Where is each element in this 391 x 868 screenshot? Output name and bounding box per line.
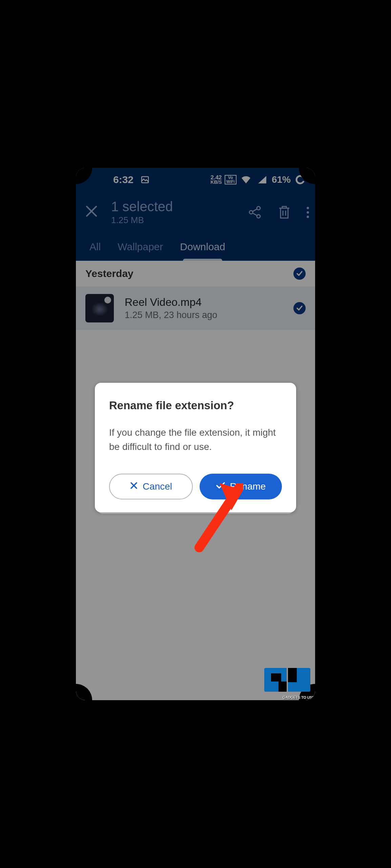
rename-confirm-dialog: Rename file extension? If you change the…	[95, 383, 296, 512]
rename-label: Rename	[230, 481, 266, 492]
phone-screen: 6:32 2.42 KB/S Vo WiFi	[76, 168, 315, 700]
cancel-button[interactable]: Cancel	[109, 474, 193, 499]
check-icon	[216, 481, 225, 492]
dialog-message: If you change the file extension, it mig…	[109, 426, 282, 454]
close-icon	[130, 481, 138, 492]
cancel-label: Cancel	[143, 481, 172, 492]
rename-button[interactable]: Rename	[200, 474, 282, 499]
watermark: GADGETS TO USE	[264, 668, 315, 700]
dialog-title: Rename file extension?	[109, 399, 282, 412]
watermark-logo	[264, 668, 315, 692]
watermark-text: GADGETS TO USE	[283, 695, 314, 699]
